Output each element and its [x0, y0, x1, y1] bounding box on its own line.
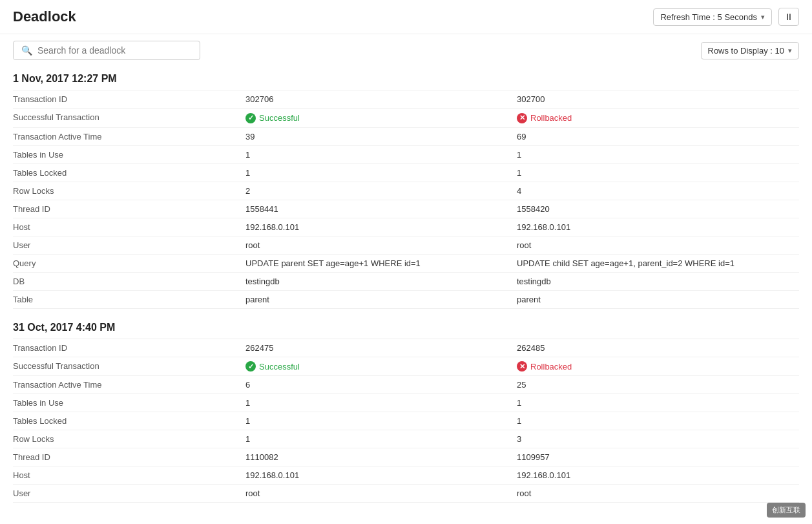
- table-row: Row Locks24: [13, 182, 799, 200]
- refresh-time-dropdown[interactable]: Refresh Time : 5 Seconds ▾: [653, 8, 772, 26]
- table-row: Row Locks13: [13, 430, 799, 448]
- row-val2-1-8: root: [517, 488, 799, 498]
- table-row: Tables Locked11: [13, 412, 799, 430]
- table-row: Transaction Active Time625: [13, 376, 799, 394]
- table-row: Tableparentparent: [13, 291, 799, 309]
- row-val1-1-8: root: [245, 488, 517, 498]
- row-val1-1-3: 1: [245, 398, 517, 408]
- row-val1-1-7: 192.168.0.101: [245, 470, 517, 480]
- table-row: Transaction ID302706302700: [13, 90, 799, 109]
- row-val1-1-6: 1110082: [245, 452, 517, 462]
- row-val2-0-3: 1: [517, 150, 799, 160]
- rows-chevron-icon: ▾: [788, 47, 792, 55]
- row-label-1-5: Row Locks: [13, 434, 245, 444]
- row-label-0-3: Tables in Use: [13, 150, 245, 160]
- status-badge-rollback: ✕Rollbacked: [517, 361, 572, 372]
- row-label-1-7: Host: [13, 470, 245, 480]
- row-val2-1-4: 1: [517, 416, 799, 426]
- row-label-0-10: DB: [13, 277, 245, 286]
- table-row: Thread ID11100821109957: [13, 448, 799, 466]
- row-label-1-8: User: [13, 488, 245, 498]
- success-label: Successful: [259, 113, 300, 123]
- row-val2-0-2: 69: [517, 132, 799, 141]
- table-row: Tables in Use11: [13, 146, 799, 164]
- search-icon: 🔍: [21, 45, 32, 56]
- row-label-1-6: Thread ID: [13, 452, 245, 462]
- table-row: QueryUPDATE parent SET age=age+1 WHERE i…: [13, 255, 799, 273]
- table-row: Thread ID15584411558420: [13, 200, 799, 218]
- row-val2-1-0: 262485: [517, 343, 799, 353]
- row-val2-0-8: root: [517, 240, 799, 250]
- row-val1-0-10: testingdb: [245, 277, 517, 286]
- row-val1-1-2: 6: [245, 380, 517, 390]
- rollback-icon: ✕: [517, 113, 527, 123]
- row-label-1-1: Successful Transaction: [13, 361, 245, 371]
- search-input[interactable]: [37, 45, 192, 56]
- row-label-1-0: Transaction ID: [13, 343, 245, 353]
- row-val2-0-7: 192.168.0.101: [517, 222, 799, 232]
- header-controls: Refresh Time : 5 Seconds ▾ ⏸: [653, 8, 799, 26]
- pause-button[interactable]: ⏸: [778, 8, 799, 26]
- row-label-1-2: Transaction Active Time: [13, 380, 245, 390]
- row-label-0-0: Transaction ID: [13, 94, 245, 104]
- row-label-0-2: Transaction Active Time: [13, 132, 245, 141]
- row-label-0-7: Host: [13, 222, 245, 232]
- row-val1-0-0: 302706: [245, 94, 517, 104]
- page-title: Deadlock: [13, 8, 76, 25]
- success-label: Successful: [259, 362, 300, 372]
- row-val1-0-4: 1: [245, 168, 517, 178]
- row-val2-0-0: 302700: [517, 94, 799, 104]
- table-row: Successful Transaction✓Successful✕Rollba…: [13, 357, 799, 377]
- table-row: Host192.168.0.101192.168.0.101: [13, 466, 799, 485]
- row-val1-0-1: ✓Successful: [245, 112, 517, 123]
- row-val1-1-1: ✓Successful: [245, 361, 517, 372]
- refresh-time-label: Refresh Time : 5 Seconds: [660, 12, 757, 22]
- row-val1-1-0: 262475: [245, 343, 517, 353]
- table-row: Successful Transaction✓Successful✕Rollba…: [13, 109, 799, 128]
- table-row: Userrootroot: [13, 236, 799, 255]
- row-val1-0-11: parent: [245, 295, 517, 304]
- rollback-label: Rollbacked: [530, 113, 572, 123]
- row-val1-1-5: 1: [245, 434, 517, 444]
- status-badge-rollback: ✕Rollbacked: [517, 113, 572, 123]
- row-val1-0-9: UPDATE parent SET age=age+1 WHERE id=1: [245, 258, 517, 268]
- row-label-0-5: Row Locks: [13, 186, 245, 196]
- row-val2-1-1: ✕Rollbacked: [517, 361, 799, 372]
- deadlock-section-1: 31 Oct, 2017 4:40 PMTransaction ID262475…: [13, 315, 799, 503]
- search-container[interactable]: 🔍: [13, 41, 200, 60]
- table-row: Tables Locked11: [13, 164, 799, 182]
- status-badge-success: ✓Successful: [245, 361, 300, 372]
- watermark: 创新互联: [767, 503, 806, 518]
- row-val2-0-6: 1558420: [517, 204, 799, 214]
- table-row: DBtestingdbtestingdb: [13, 273, 799, 291]
- row-label-0-6: Thread ID: [13, 204, 245, 214]
- rows-display-label: Rows to Display : 10: [708, 46, 785, 56]
- row-val2-0-11: parent: [517, 295, 799, 304]
- row-val2-0-1: ✕Rollbacked: [517, 112, 799, 123]
- rows-display-dropdown[interactable]: Rows to Display : 10 ▾: [701, 42, 800, 59]
- row-val2-1-5: 3: [517, 434, 799, 444]
- page-header: Deadlock Refresh Time : 5 Seconds ▾ ⏸: [0, 0, 812, 34]
- row-val1-0-8: root: [245, 240, 517, 250]
- deadlock-section-0: 1 Nov, 2017 12:27 PMTransaction ID302706…: [13, 67, 799, 309]
- row-val2-1-6: 1109957: [517, 452, 799, 462]
- toolbar: 🔍 Rows to Display : 10 ▾: [0, 34, 812, 67]
- row-val1-0-5: 2: [245, 186, 517, 196]
- row-label-0-1: Successful Transaction: [13, 112, 245, 122]
- main-content: 1 Nov, 2017 12:27 PMTransaction ID302706…: [0, 67, 812, 503]
- table-row: Transaction Active Time3969: [13, 128, 799, 146]
- success-icon: ✓: [245, 113, 256, 123]
- row-label-1-3: Tables in Use: [13, 398, 245, 408]
- row-val1-0-6: 1558441: [245, 204, 517, 214]
- row-val2-0-9: UPDATE child SET age=age+1, parent_id=2 …: [517, 258, 799, 268]
- table-row: Host192.168.0.101192.168.0.101: [13, 218, 799, 236]
- row-val1-0-3: 1: [245, 150, 517, 160]
- row-label-0-11: Table: [13, 295, 245, 304]
- success-icon: ✓: [245, 361, 256, 372]
- row-val2-1-3: 1: [517, 398, 799, 408]
- status-badge-success: ✓Successful: [245, 113, 300, 123]
- row-val2-0-5: 4: [517, 186, 799, 196]
- row-label-0-8: User: [13, 240, 245, 250]
- row-label-0-4: Tables Locked: [13, 168, 245, 178]
- rollback-label: Rollbacked: [530, 362, 572, 372]
